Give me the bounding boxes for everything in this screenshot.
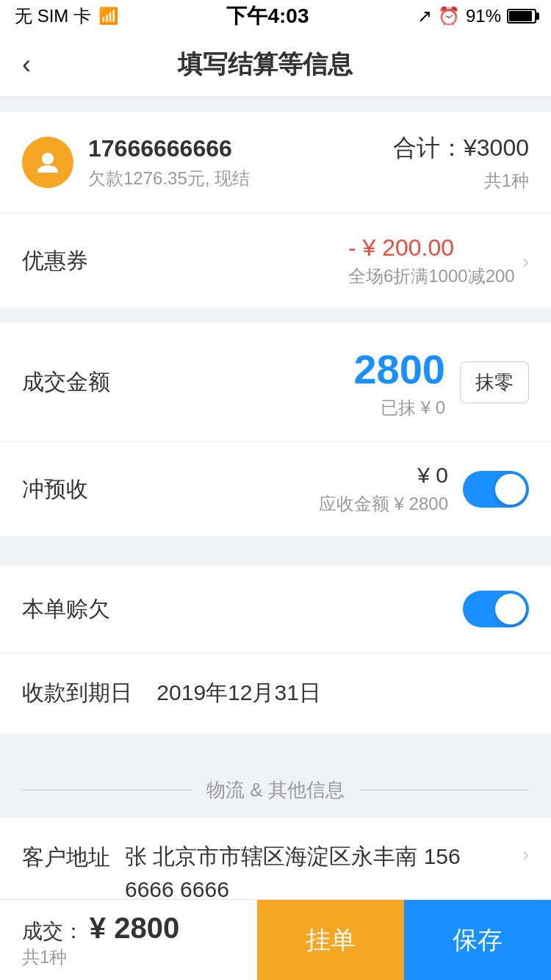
- amount-right: 2800 已抹 ¥ 0 抹零: [353, 345, 529, 419]
- bad-debt-toggle[interactable]: [463, 591, 529, 627]
- total-count: 共1种: [393, 169, 529, 192]
- prepay-row: 冲预收 ¥ 0 应收金额 ¥ 2800: [0, 442, 551, 536]
- logistics-line-left: [22, 790, 192, 790]
- amount-row: 成交金额 2800 已抹 ¥ 0 抹零: [0, 323, 551, 442]
- bad-debt-toggle-knob: [495, 594, 526, 624]
- bottom-summary-count: 共1种: [22, 945, 235, 969]
- due-date-label: 收款到期日 2019年12月31日: [22, 680, 321, 705]
- bottom-summary: 成交： ¥ 2800 共1种: [0, 912, 257, 969]
- bad-debt-row: 本单赊欠: [0, 566, 551, 652]
- prepay-values: ¥ 0 应收金额 ¥ 2800: [319, 463, 448, 516]
- bad-debt-label: 本单赊欠: [22, 594, 110, 624]
- customer-info: 17666666666 欠款1276.35元, 现结: [88, 135, 250, 190]
- address-chevron-icon: ›: [522, 843, 529, 866]
- total-amount: 合计：¥3000: [393, 132, 529, 165]
- deal-amount-value: 2800: [353, 345, 445, 393]
- wifi-icon: 📶: [98, 7, 118, 26]
- address-value: 张 北京市市辖区海淀区永丰南 156 6666 6666: [110, 840, 522, 906]
- coupon-desc: 全场6折满1000减200: [348, 264, 515, 288]
- hang-button[interactable]: 挂单: [257, 900, 404, 981]
- bottom-summary-label: 成交：: [22, 920, 84, 943]
- coupon-chevron-icon: ›: [522, 250, 529, 273]
- page-title: 填写结算等信息: [46, 48, 485, 82]
- bottom-summary-row: 成交： ¥ 2800: [22, 912, 235, 945]
- coupon-info: - ¥ 200.00 全场6折满1000减200: [348, 234, 515, 288]
- save-button[interactable]: 保存: [404, 900, 551, 981]
- receivable-amount: 应收金额 ¥ 2800: [319, 492, 448, 516]
- toggle-knob: [495, 474, 526, 505]
- customer-card: 17666666666 欠款1276.35元, 现结 合计：¥3000 共1种: [0, 112, 551, 213]
- battery-percent: 91%: [466, 6, 501, 26]
- amount-value-col: 2800 已抹 ¥ 0: [353, 345, 445, 419]
- due-date-value: 2019年12月31日: [156, 680, 320, 705]
- customer-left: 17666666666 欠款1276.35元, 现结: [22, 135, 250, 190]
- customer-right: 合计：¥3000 共1种: [393, 132, 529, 192]
- battery-icon: [507, 9, 536, 24]
- address-label: 客户地址: [22, 843, 110, 873]
- already-rounded: 已抹 ¥ 0: [353, 396, 445, 419]
- status-bar: 无 SIM 卡 📶 下午4:03 ↗ ⏰ 91%: [0, 0, 551, 32]
- status-left: 无 SIM 卡 📶: [15, 4, 118, 28]
- back-button[interactable]: ‹: [22, 49, 46, 80]
- deal-amount-section: 成交金额 2800 已抹 ¥ 0 抹零 冲预收 ¥ 0 应收金额 ¥ 2800: [0, 323, 551, 536]
- avatar: [22, 137, 73, 188]
- coupon-discount: - ¥ 200.00: [348, 234, 515, 262]
- divider-2: [0, 536, 551, 551]
- divider-3: [0, 733, 551, 748]
- prepay-label: 冲预收: [22, 475, 88, 505]
- coupon-row[interactable]: 优惠券 - ¥ 200.00 全场6折满1000减200 ›: [0, 214, 551, 309]
- nav-bar: ‹ 填写结算等信息: [0, 32, 551, 97]
- prepay-amount: ¥ 0: [319, 463, 448, 488]
- location-icon: ↗: [417, 6, 432, 26]
- status-time: 下午4:03: [226, 2, 309, 30]
- sim-status: 无 SIM 卡: [15, 4, 91, 28]
- amount-label: 成交金额: [22, 367, 110, 397]
- svg-point-0: [42, 153, 54, 165]
- logistics-header: 物流 & 其他信息: [0, 763, 551, 818]
- prepay-right: ¥ 0 应收金额 ¥ 2800: [319, 463, 529, 516]
- prepay-toggle[interactable]: [463, 471, 529, 508]
- bottom-summary-amount: ¥ 2800: [90, 912, 179, 944]
- logistics-label: 物流 & 其他信息: [192, 777, 359, 803]
- customer-phone: 17666666666: [88, 135, 250, 162]
- coupon-label: 优惠券: [22, 246, 88, 276]
- status-right: ↗ ⏰ 91%: [417, 6, 536, 26]
- alarm-icon: ⏰: [438, 6, 460, 26]
- logistics-line-right: [359, 790, 529, 790]
- divider-1: [0, 309, 551, 323]
- coupon-right: - ¥ 200.00 全场6折满1000减200 ›: [348, 234, 529, 288]
- customer-debt: 欠款1276.35元, 现结: [88, 167, 250, 190]
- round-button[interactable]: 抹零: [460, 361, 529, 403]
- due-date-row: 收款到期日 2019年12月31日: [0, 652, 551, 733]
- bottom-bar: 成交： ¥ 2800 共1种 挂单 保存: [0, 899, 551, 980]
